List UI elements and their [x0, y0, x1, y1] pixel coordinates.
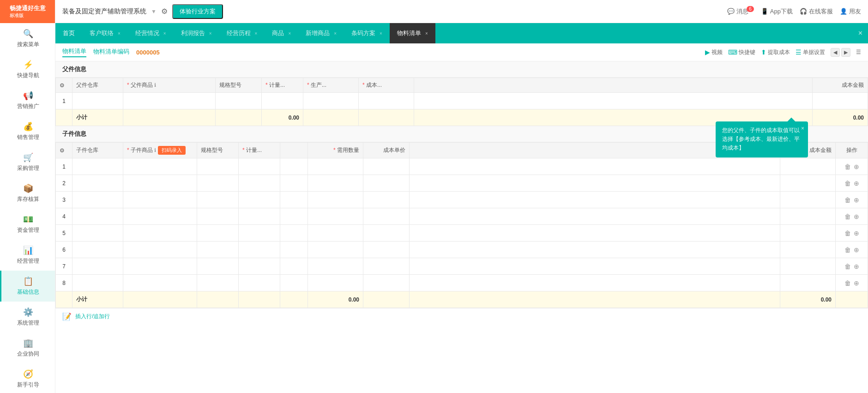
tab-new-product-close[interactable]: ×: [334, 31, 337, 36]
trial-button[interactable]: 体验行业方案: [172, 4, 223, 19]
tab-history-close[interactable]: ×: [255, 31, 258, 36]
child-unit-cost-8[interactable]: [363, 275, 410, 291]
sidebar-item-basic-info[interactable]: 📋 基础信息: [0, 271, 55, 302]
extract-cost-button[interactable]: ⬆ 提取成本: [761, 48, 790, 56]
child-product-4[interactable]: [123, 208, 197, 225]
delete-row-icon-7[interactable]: 🗑: [844, 263, 851, 270]
tooltip-close-button[interactable]: ×: [801, 124, 804, 133]
child-unit-3[interactable]: [239, 192, 280, 208]
child-quantity-2[interactable]: [308, 175, 363, 192]
copy-row-icon-1[interactable]: ⊕: [854, 163, 859, 170]
tab-product-close[interactable]: ×: [288, 31, 291, 36]
sidebar-item-purchase[interactable]: 🛒 采购管理: [0, 147, 55, 178]
child-cost-amount-2[interactable]: [780, 175, 836, 192]
child-product-1[interactable]: [123, 158, 197, 175]
delete-row-icon-6[interactable]: 🗑: [844, 246, 851, 254]
child-quantity-6[interactable]: [308, 242, 363, 258]
single-setting-button[interactable]: ☰ 单据设置: [796, 48, 825, 56]
close-all-tabs-button[interactable]: ×: [853, 23, 868, 43]
child-unit-cost-7[interactable]: [363, 258, 410, 275]
child-cost-amount-8[interactable]: [780, 275, 836, 291]
settings-gear-icon[interactable]: ⚙: [161, 7, 168, 16]
child-spec-4[interactable]: [197, 208, 239, 225]
sidebar-item-search[interactable]: 🔍 搜索菜单: [0, 23, 55, 54]
sidebar-item-marketing[interactable]: 📢 营销推广: [0, 85, 55, 116]
child-cost-amount-7[interactable]: [780, 258, 836, 275]
child-cost-amount-1[interactable]: [780, 158, 836, 175]
list-view-button[interactable]: ☰: [856, 49, 861, 55]
child-quantity-4[interactable]: [308, 208, 363, 225]
child-cost-amount-6[interactable]: [780, 242, 836, 258]
tab-customer-close[interactable]: ×: [118, 31, 121, 36]
delete-row-icon-8[interactable]: 🗑: [844, 279, 851, 287]
sidebar-item-quick-nav[interactable]: ⚡ 快捷导航: [0, 54, 55, 85]
delete-row-icon-2[interactable]: 🗑: [844, 180, 851, 187]
add-row-text[interactable]: 插入行/追加行: [75, 313, 110, 320]
tab-new-product[interactable]: 新增商品 ×: [298, 23, 344, 43]
dropdown-arrow-icon[interactable]: ▼: [151, 8, 157, 15]
child-cost-amount-4[interactable]: [780, 208, 836, 225]
child-product-7[interactable]: [123, 258, 197, 275]
parent-cost-amount-cell-1[interactable]: [813, 93, 868, 109]
child-warehouse-2[interactable]: [72, 175, 123, 192]
sidebar-item-operation[interactable]: 📊 经营管理: [0, 240, 55, 271]
copy-row-icon-2[interactable]: ⊕: [854, 180, 859, 187]
delete-row-icon-4[interactable]: 🗑: [844, 213, 851, 220]
parent-spec-cell-1[interactable]: [216, 93, 262, 109]
sidebar-item-finance[interactable]: 💵 资金管理: [0, 209, 55, 240]
tab-bom[interactable]: 物料清单 ×: [390, 23, 435, 43]
child-unit-6[interactable]: [239, 242, 280, 258]
child-spec-7[interactable]: [197, 258, 239, 275]
child-unit-cost-5[interactable]: [363, 225, 410, 242]
sidebar-item-enterprise[interactable]: 🏢 企业协同: [0, 333, 55, 363]
child-product-3[interactable]: [123, 192, 197, 208]
child-unit-7[interactable]: [239, 258, 280, 275]
copy-row-icon-6[interactable]: ⊕: [854, 246, 859, 254]
tab-profit[interactable]: 利润报告 ×: [174, 23, 219, 43]
copy-row-icon-4[interactable]: ⊕: [854, 213, 859, 220]
sub-tab-bom-code[interactable]: 物料清单编码: [93, 48, 129, 57]
child-spec-3[interactable]: [197, 192, 239, 208]
sidebar-item-sales[interactable]: 💰 销售管理: [0, 116, 55, 147]
child-unit-2[interactable]: [239, 175, 280, 192]
child-quantity-7[interactable]: [308, 258, 363, 275]
child-warehouse-5[interactable]: [72, 225, 123, 242]
tab-bom-close[interactable]: ×: [425, 31, 428, 36]
sidebar-item-inventory[interactable]: 📦 库存核算: [0, 178, 55, 209]
child-cost-amount-5[interactable]: [780, 225, 836, 242]
copy-row-icon-3[interactable]: ⊕: [854, 196, 859, 204]
tab-barcode-close[interactable]: ×: [380, 31, 382, 36]
child-spec-8[interactable]: [197, 275, 239, 291]
user-button[interactable]: 👤 用友: [840, 7, 861, 16]
shortcut-button[interactable]: ⌨ 快捷键: [728, 48, 755, 56]
delete-row-icon-3[interactable]: 🗑: [844, 196, 851, 204]
child-warehouse-1[interactable]: [72, 158, 123, 175]
scan-input-button[interactable]: 扫码录入: [158, 146, 186, 155]
child-unit-5[interactable]: [239, 225, 280, 242]
child-warehouse-6[interactable]: [72, 242, 123, 258]
child-warehouse-8[interactable]: [72, 275, 123, 291]
child-unit-cost-4[interactable]: [363, 208, 410, 225]
sidebar-item-system[interactable]: ⚙️ 系统管理: [0, 302, 55, 333]
parent-warehouse-cell-1[interactable]: [72, 93, 123, 109]
child-warehouse-4[interactable]: [72, 208, 123, 225]
parent-production-cell-1[interactable]: [303, 93, 359, 109]
child-unit-1[interactable]: [239, 158, 280, 175]
parent-cost-cell-1[interactable]: [359, 93, 414, 109]
child-cost-amount-3[interactable]: [780, 192, 836, 208]
copy-row-icon-8[interactable]: ⊕: [854, 279, 859, 287]
child-unit-cost-3[interactable]: [363, 192, 410, 208]
child-spec-5[interactable]: [197, 225, 239, 242]
sidebar-item-guide[interactable]: 🧭 新手引导: [0, 363, 55, 393]
child-unit-8[interactable]: [239, 275, 280, 291]
delete-row-icon-5[interactable]: 🗑: [844, 230, 851, 237]
delete-row-icon-1[interactable]: 🗑: [844, 163, 851, 170]
video-help-button[interactable]: ▶ 视频: [705, 48, 723, 56]
child-warehouse-7[interactable]: [72, 258, 123, 275]
prev-record-button[interactable]: ◀: [831, 48, 840, 57]
next-record-button[interactable]: ▶: [841, 48, 850, 57]
tab-operation-status-close[interactable]: ×: [163, 31, 166, 36]
tab-profit-close[interactable]: ×: [209, 31, 212, 36]
child-quantity-8[interactable]: [308, 275, 363, 291]
tab-barcode[interactable]: 条码方案 ×: [344, 23, 390, 43]
